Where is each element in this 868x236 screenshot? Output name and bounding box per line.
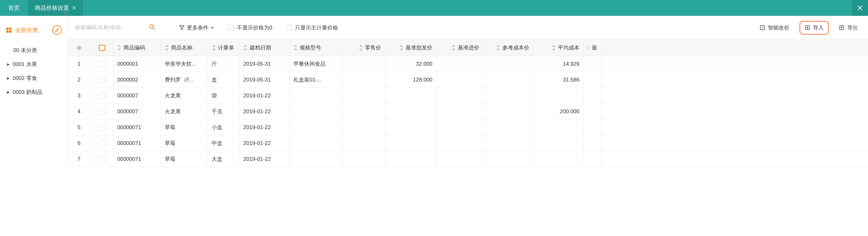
select-all-checkbox[interactable] <box>91 40 114 56</box>
cell-purchase[interactable] <box>437 135 484 151</box>
col-spec[interactable]: 规格型号 <box>289 40 343 56</box>
table-row[interactable]: 5 00000071 草莓 小盒 2019-01-22 <box>68 120 868 135</box>
gear-icon <box>76 45 82 51</box>
cell-name: 草莓 <box>161 135 208 151</box>
only-main-unit-checkbox[interactable]: 只显示主计量价格 <box>286 24 338 31</box>
cell-retail[interactable] <box>343 104 385 119</box>
cell-wholesale[interactable] <box>385 151 437 167</box>
table-row[interactable]: 7 00000071 草莓 大盒 2019-01-22 <box>68 151 868 167</box>
cell-last[interactable] <box>584 120 601 135</box>
cell-retail[interactable] <box>343 88 385 103</box>
cell-code: 00000071 <box>114 120 161 135</box>
smart-price-button[interactable]: 智能改价 <box>756 22 793 33</box>
table-row[interactable]: 1 0000001 华美华夫软... 斤 2019-05-31 早餐休闲食品 3… <box>68 56 868 72</box>
cell-unit: 大盒 <box>208 151 240 167</box>
cell-wholesale[interactable]: 128.000 <box>385 72 437 87</box>
cell-purchase[interactable] <box>437 56 484 72</box>
col-avg-cost[interactable]: 平均成本 <box>533 40 584 56</box>
cell-purchase[interactable] <box>437 104 484 119</box>
cell-last[interactable] <box>584 104 601 119</box>
cell-last[interactable] <box>584 72 601 87</box>
cell-code: 0000007 <box>114 88 161 103</box>
cell-wholesale[interactable] <box>385 104 437 119</box>
cell-checkbox[interactable] <box>91 88 114 103</box>
cell-retail[interactable] <box>343 151 385 167</box>
more-conditions-button[interactable]: 更多条件 <box>179 24 214 31</box>
cell-checkbox[interactable] <box>91 151 114 167</box>
cell-ref-cost[interactable] <box>484 56 533 72</box>
cell-ref-cost[interactable] <box>484 135 533 151</box>
edit-category-button[interactable] <box>52 25 62 35</box>
cell-index: 4 <box>68 104 91 119</box>
import-icon <box>805 25 810 30</box>
cell-ref-cost[interactable] <box>484 120 533 135</box>
tab-home[interactable]: 首页 <box>0 0 28 16</box>
import-button[interactable]: 导入 <box>800 21 829 34</box>
cell-avg-cost[interactable] <box>533 151 584 167</box>
cell-avg-cost[interactable]: 31.586 <box>533 72 584 87</box>
export-button[interactable]: 导出 <box>836 22 861 33</box>
table-row[interactable]: 3 0000007 火龙果 袋 2019-01-22 <box>68 88 868 104</box>
cell-avg-cost[interactable] <box>533 135 584 151</box>
cell-purchase[interactable] <box>437 88 484 103</box>
cell-purchase[interactable] <box>437 120 484 135</box>
tree-item-dairy[interactable]: ▸ 0003 奶制品 <box>0 85 67 99</box>
table-row[interactable]: 4 0000007 火龙果 千克 2019-01-22 200.000 <box>68 104 868 120</box>
col-retail[interactable]: 零售价 <box>343 40 385 56</box>
column-settings[interactable] <box>68 40 91 56</box>
search-icon[interactable] <box>149 24 155 30</box>
collapse-sidebar-button[interactable] <box>63 10 68 16</box>
cell-last[interactable] <box>584 56 601 72</box>
cell-ref-cost[interactable] <box>484 151 533 167</box>
tree-item-uncategorized[interactable]: 00 未分类 <box>0 43 67 57</box>
sort-icon <box>165 45 169 51</box>
search-input[interactable] <box>73 22 156 33</box>
table-row[interactable]: 2 0000002 费列罗（F... 盒 2019-05-31 礼盒装01-..… <box>68 72 868 88</box>
cell-purchase[interactable] <box>437 72 484 87</box>
cell-purchase[interactable] <box>437 151 484 167</box>
cell-name: 火龙果 <box>161 88 208 103</box>
cell-date: 2019-05-31 <box>240 72 289 87</box>
cell-checkbox[interactable] <box>91 120 114 135</box>
cell-checkbox[interactable] <box>91 72 114 87</box>
cell-avg-cost[interactable]: 14.929 <box>533 56 584 72</box>
cell-checkbox[interactable] <box>91 56 114 72</box>
cell-code: 00000071 <box>114 151 161 167</box>
cell-ref-cost[interactable] <box>484 88 533 103</box>
cell-wholesale[interactable] <box>385 120 437 135</box>
col-wholesale[interactable]: 基准批发价 <box>385 40 437 56</box>
cell-avg-cost[interactable]: 200.000 <box>533 104 584 119</box>
col-date[interactable]: 建档日期 <box>240 40 289 56</box>
cell-ref-cost[interactable] <box>484 72 533 87</box>
col-last[interactable]: 最 <box>584 40 601 56</box>
col-ref-cost[interactable]: 参考成本价 <box>484 40 533 56</box>
cell-avg-cost[interactable] <box>533 88 584 103</box>
cell-retail[interactable] <box>343 135 385 151</box>
cell-wholesale[interactable] <box>385 88 437 103</box>
col-unit[interactable]: 计量单 <box>208 40 240 56</box>
cell-ref-cost[interactable] <box>484 104 533 119</box>
cell-checkbox[interactable] <box>91 104 114 119</box>
col-purchase[interactable]: 基准进价 <box>437 40 484 56</box>
tree-item-fruit[interactable]: ▸ 0001 水果 <box>0 57 67 71</box>
cell-avg-cost[interactable] <box>533 120 584 135</box>
cell-checkbox[interactable] <box>91 135 114 151</box>
col-code[interactable]: 商品编码 <box>114 40 161 56</box>
cell-last[interactable] <box>584 151 601 167</box>
col-name[interactable]: 商品名称 <box>161 40 208 56</box>
tree-item-snacks[interactable]: ▸ 0002 零食 <box>0 71 67 85</box>
cell-index: 3 <box>68 88 91 103</box>
cell-last[interactable] <box>584 135 601 151</box>
cell-retail[interactable] <box>343 120 385 135</box>
cell-last[interactable] <box>584 88 601 103</box>
table-row[interactable]: 6 00000071 草莓 中盒 2019-01-22 <box>68 135 868 151</box>
close-tab-icon[interactable] <box>72 6 76 10</box>
cell-retail[interactable] <box>343 56 385 72</box>
cell-retail[interactable] <box>343 72 385 87</box>
close-all-button[interactable] <box>852 0 868 16</box>
cell-wholesale[interactable]: 32.000 <box>385 56 437 72</box>
cell-unit: 斤 <box>208 56 240 72</box>
tab-product-price-settings[interactable]: 商品价格设置 <box>28 0 83 16</box>
cell-wholesale[interactable] <box>385 135 437 151</box>
hide-zero-price-checkbox[interactable]: 不显示价格为0 <box>228 24 272 31</box>
